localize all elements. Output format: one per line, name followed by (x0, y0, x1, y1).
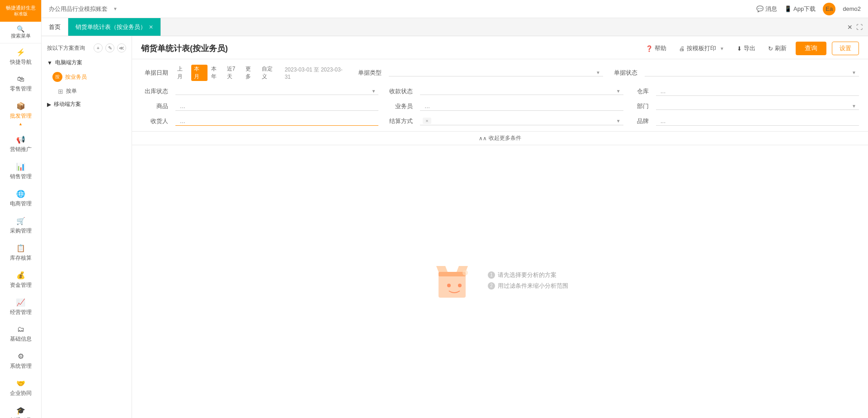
filter-row-4: 收货人 ... 结算方式 × ▼ 品牌 ... (141, 116, 859, 126)
sidebar-item-corp[interactable]: 🤝 企业协同 (0, 375, 41, 402)
settings-btn[interactable]: 设置 (832, 42, 859, 55)
print-dropdown-arrow: ▼ (720, 46, 724, 51)
empty-line2: 2 用过滤条件来缩小分析范围 (488, 282, 568, 290)
goods-field[interactable]: ... (175, 101, 378, 111)
top-header: 办公用品行业模拟账套 ▼ 💬 消息 📱 App下载 Ea demo2 (42, 0, 868, 18)
sidebar-item-system[interactable]: ⚙ 系统管理 (0, 347, 41, 375)
warehouse-field[interactable]: ... (656, 86, 859, 96)
svg-point-6 (462, 270, 468, 276)
empty-content: 1 请先选择要分析的方案 2 用过滤条件来缩小分析范围 (432, 259, 568, 304)
settlement-field[interactable]: × ▼ (420, 117, 623, 125)
brand-dots[interactable]: ... (660, 117, 666, 124)
scheme-group-pc-header[interactable]: ▼ 电脑端方案 (42, 56, 132, 69)
query-btn[interactable]: 查询 (796, 42, 826, 55)
app-download-btn[interactable]: 📱 App下载 (784, 5, 816, 13)
sidebar-item-wholesale[interactable]: 📦 批发管理 ▲ (0, 97, 41, 131)
receiver-field[interactable]: ... (175, 116, 378, 126)
out-status-label: 出库状态 (141, 87, 168, 95)
date-range: 2023-03-01 至 2023-03-31 (285, 66, 347, 80)
edit-scheme-btn[interactable]: ✎ (105, 43, 114, 52)
brand-field[interactable]: ... (656, 116, 859, 126)
salesperson-field[interactable]: ... (420, 101, 623, 111)
export-btn[interactable]: ⬇ 导出 (733, 43, 759, 54)
scheme-item-order[interactable]: ⊞ 按单 (42, 85, 132, 98)
sidebar: 畅捷通好生意 标准版 🔍 搜索菜单 ⚡ 快捷导航 🛍 零售管理 📦 批发管理 ▲… (0, 0, 42, 418)
sidebar-item-finance[interactable]: 💰 资金管理 (0, 266, 41, 294)
receiver-dots[interactable]: ... (180, 117, 185, 124)
date-btn-7days[interactable]: 近7天 (225, 65, 242, 81)
scheme-item-salesperson[interactable]: 按 按业务员 (42, 69, 132, 85)
salesperson-label: 业务员 (386, 102, 413, 110)
out-status-field[interactable]: ▼ (175, 88, 378, 95)
sidebar-item-inventory[interactable]: 📋 库存核算 (0, 239, 41, 266)
tab-home[interactable]: 首页 (42, 18, 68, 36)
header-left: 办公用品行业模拟账套 ▼ (49, 5, 118, 13)
settlement-clear-btn[interactable]: × (425, 118, 428, 124)
collapse-scheme-btn[interactable]: ≪ (117, 43, 126, 52)
sidebar-item-label: 库存核算 (10, 254, 32, 262)
marketing-icon: 📢 (16, 135, 25, 144)
sidebar-item-marketing[interactable]: 📢 营销推广 (0, 131, 41, 158)
date-btn-this-year[interactable]: 本年 (209, 65, 223, 81)
svg-marker-2 (436, 266, 448, 272)
left-panel-header: 按以下方案查询 + ✎ ≪ (42, 40, 132, 56)
sidebar-item-retail[interactable]: 🛍 零售管理 (0, 71, 41, 97)
sidebar-item-label: 经营管理 (10, 309, 32, 316)
help-btn[interactable]: ❓ 帮助 (642, 43, 670, 54)
page-content: 按以下方案查询 + ✎ ≪ ▼ 电脑端方案 按 按业务员 ⊞ 按 (42, 36, 868, 418)
date-btn-more[interactable]: 更多 (244, 65, 258, 81)
tab-bar: 首页 销货单统计表（按业务员） ✕ ✕ ⛶ (42, 18, 868, 36)
collapse-bar[interactable]: ∧∧ 收起更多条件 (132, 132, 868, 145)
salesperson-dots[interactable]: ... (425, 102, 430, 109)
receipt-status-field[interactable]: ▼ (420, 88, 623, 95)
message-btn[interactable]: 💬 消息 (756, 5, 777, 13)
tab-close-btn[interactable]: ✕ (149, 24, 153, 30)
sidebar-item-ecom[interactable]: 🌐 电商管理 (0, 185, 41, 212)
doc-type-field[interactable]: ▼ (389, 69, 603, 76)
sidebar-item-basic[interactable]: 🗂 基础信息 (0, 321, 41, 347)
page-title: 销货单统计表(按业务员) (141, 43, 228, 54)
sidebar-search[interactable]: 🔍 搜索菜单 (0, 22, 41, 43)
user-avatar[interactable]: Ea (823, 3, 835, 15)
doc-status-label: 单据状态 (610, 69, 637, 77)
goods-dots[interactable]: ... (180, 102, 185, 109)
settlement-label: 结算方式 (386, 117, 413, 125)
sidebar-item-label: 企业协同 (10, 390, 32, 397)
tab-sales-stat[interactable]: 销货单统计表（按业务员） ✕ (68, 18, 161, 36)
sidebar-item-quick[interactable]: ⚡ 快捷导航 (0, 43, 41, 71)
warehouse-dots[interactable]: ... (660, 87, 666, 95)
sidebar-item-sales[interactable]: 📊 销售管理 (0, 158, 41, 185)
close-window-btn[interactable]: ✕ (847, 24, 853, 31)
template-print-btn[interactable]: 🖨 按模板打印 ▼ (675, 43, 728, 54)
sidebar-item-ops[interactable]: 📈 经营管理 (0, 294, 41, 321)
svg-rect-1 (439, 272, 466, 276)
refresh-btn[interactable]: ↻ 刷新 (764, 43, 790, 54)
corp-icon: 🤝 (16, 379, 25, 388)
scheme-group-mobile: ▶ 移动端方案 (42, 98, 132, 111)
receipt-status-label: 收款状态 (386, 87, 413, 95)
department-field[interactable]: ▼ (656, 103, 859, 110)
empty-line1: 1 请先选择要分析的方案 (488, 271, 568, 279)
sidebar-item-purchase[interactable]: 🛒 采购管理 (0, 212, 41, 239)
app-version: 标准版 (14, 11, 28, 17)
newbie-icon: 🎓 (16, 406, 25, 415)
date-btn-last-month[interactable]: 上月 (175, 65, 189, 81)
date-btn-this-month[interactable]: 本月 (191, 65, 207, 81)
sidebar-item-newbie[interactable]: 🎓 新手引导 (0, 402, 41, 418)
scheme-group-pc-label: 电脑端方案 (55, 59, 82, 66)
doc-status-field[interactable]: ▼ (645, 69, 859, 76)
sidebar-item-label: 零售管理 (10, 85, 32, 93)
settlement-tag: × (423, 118, 431, 124)
suite-dropdown-arrow[interactable]: ▼ (113, 6, 118, 11)
retail-icon: 🛍 (17, 75, 24, 83)
maximize-window-btn[interactable]: ⛶ (856, 24, 863, 31)
system-icon: ⚙ (18, 352, 24, 361)
date-btn-custom[interactable]: 自定义 (260, 65, 279, 81)
scheme-group-mobile-header[interactable]: ▶ 移动端方案 (42, 98, 132, 111)
goods-label: 商品 (141, 102, 168, 110)
sales-icon: 📊 (16, 162, 25, 171)
filter-area: 单据日期 上月 本月 本年 近7天 更多 自定义 2023-03-01 至 20… (132, 59, 868, 132)
add-scheme-btn[interactable]: + (94, 43, 103, 52)
avatar-initials: Ea (826, 5, 833, 12)
app-logo: 畅捷通好生意 标准版 (0, 0, 41, 22)
